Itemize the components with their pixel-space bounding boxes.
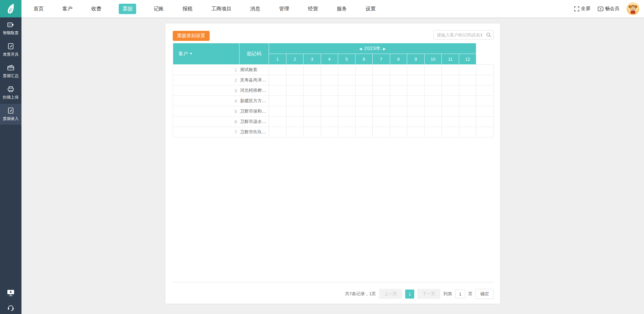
month-cell[interactable] <box>321 85 338 96</box>
month-cell[interactable] <box>304 96 321 106</box>
mnemonic-cell[interactable] <box>269 96 286 106</box>
sidebar-item-ticket-entry[interactable]: 票据录入 <box>0 104 21 125</box>
month-cell[interactable] <box>442 106 459 117</box>
sidebar-item-smart-ticket[interactable]: 智能取票 <box>0 18 21 39</box>
month-cell[interactable] <box>355 117 373 127</box>
customer-name-cell[interactable]: 河北柯搭桦实业有限公司 <box>239 85 269 96</box>
nav-item-tax[interactable]: 报税 <box>181 4 194 14</box>
month-cell[interactable] <box>442 85 459 96</box>
month-cell[interactable] <box>286 106 304 117</box>
month-cell[interactable] <box>459 65 476 75</box>
month-cell[interactable] <box>459 127 476 137</box>
month-cell[interactable] <box>304 117 321 127</box>
mnemonic-cell[interactable] <box>269 106 286 117</box>
month-cell[interactable] <box>476 127 494 137</box>
month-cell[interactable] <box>390 117 407 127</box>
month-cell[interactable] <box>304 127 321 137</box>
month-cell[interactable] <box>407 106 425 117</box>
month-cell[interactable] <box>476 85 494 96</box>
nav-item-customers[interactable]: 客户 <box>61 4 74 14</box>
month-cell[interactable] <box>407 75 425 85</box>
app-logo[interactable] <box>0 0 21 17</box>
month-cell[interactable] <box>321 106 338 117</box>
month-cell[interactable] <box>355 127 373 137</box>
member-button[interactable]: 畅会员 <box>598 6 619 12</box>
month-cell[interactable] <box>355 96 373 106</box>
month-cell[interactable] <box>373 106 390 117</box>
month-cell[interactable] <box>304 85 321 96</box>
mnemonic-cell[interactable] <box>269 65 286 75</box>
sort-caret-icon[interactable]: ▼ <box>190 52 193 55</box>
prev-page-button[interactable]: 上一页 <box>379 289 402 299</box>
mnemonic-cell[interactable] <box>269 75 286 85</box>
month-cell[interactable] <box>286 127 304 137</box>
month-cell[interactable] <box>459 85 476 96</box>
month-cell[interactable] <box>424 106 442 117</box>
month-cell[interactable] <box>373 65 390 75</box>
month-cell[interactable] <box>459 75 476 85</box>
month-cell[interactable] <box>442 117 459 127</box>
month-cell[interactable] <box>355 85 373 96</box>
month-cell[interactable] <box>338 117 356 127</box>
customer-name-cell[interactable]: 新建区方方文具店 <box>239 96 269 106</box>
customer-column-header[interactable]: 客户▼ <box>173 43 239 65</box>
current-page-button[interactable]: 1 <box>405 290 414 299</box>
customer-name-cell[interactable]: 灵寿县尚泽矿产品有限公司 <box>239 75 269 85</box>
month-cell[interactable] <box>286 75 304 85</box>
month-cell[interactable] <box>407 85 425 96</box>
month-cell[interactable] <box>390 75 407 85</box>
month-cell[interactable] <box>286 85 304 96</box>
nav-item-bookkeeping[interactable]: 记账 <box>152 4 165 14</box>
month-cell[interactable] <box>321 75 338 85</box>
nav-item-tickets[interactable]: 票据 <box>119 4 136 14</box>
mnemonic-cell[interactable] <box>269 117 286 127</box>
month-cell[interactable] <box>304 75 321 85</box>
customer-name-cell[interactable]: 卫辉市玖玖肆合医药有限公司 <box>239 127 269 137</box>
avatar[interactable] <box>627 2 639 15</box>
search-icon[interactable] <box>484 30 493 39</box>
month-cell[interactable] <box>321 65 338 75</box>
month-cell[interactable] <box>424 127 442 137</box>
month-cell[interactable] <box>355 106 373 117</box>
month-cell[interactable] <box>304 106 321 117</box>
month-cell[interactable] <box>442 127 459 137</box>
month-cell[interactable] <box>476 106 494 117</box>
month-cell[interactable] <box>459 117 476 127</box>
month-cell[interactable] <box>373 85 390 96</box>
nav-item-home[interactable]: 首页 <box>32 4 45 14</box>
month-cell[interactable] <box>424 85 442 96</box>
nav-item-business-projects[interactable]: 工商项目 <box>210 4 233 14</box>
customer-service-icon[interactable] <box>7 304 14 311</box>
month-cell[interactable] <box>390 85 407 96</box>
ticket-category-settings-button[interactable]: 票据类别设置 <box>173 31 210 41</box>
goto-confirm-button[interactable]: 确定 <box>476 289 494 299</box>
year-prev-icon[interactable]: ◀ <box>359 47 362 51</box>
month-cell[interactable] <box>373 127 390 137</box>
nav-item-management[interactable]: 管理 <box>278 4 290 14</box>
month-cell[interactable] <box>407 96 425 106</box>
nav-item-services[interactable]: 服务 <box>335 4 348 14</box>
month-cell[interactable] <box>390 127 407 137</box>
month-cell[interactable] <box>338 96 356 106</box>
month-cell[interactable] <box>476 75 494 85</box>
month-cell[interactable] <box>424 117 442 127</box>
month-cell[interactable] <box>286 65 304 75</box>
month-cell[interactable] <box>355 65 373 75</box>
month-cell[interactable] <box>338 65 356 75</box>
customer-name-cell[interactable]: 卫辉市汲水镇下园闻香阁苗木种... <box>239 117 269 127</box>
sidebar-item-invoice-issue[interactable]: 发票开具 <box>0 40 21 60</box>
month-cell[interactable] <box>286 117 304 127</box>
month-cell[interactable] <box>442 65 459 75</box>
month-cell[interactable] <box>338 85 356 96</box>
month-cell[interactable] <box>424 75 442 85</box>
month-cell[interactable] <box>373 75 390 85</box>
customer-name-cell[interactable]: 测试账套 <box>239 65 269 75</box>
client-download-icon[interactable] <box>7 289 15 297</box>
month-cell[interactable] <box>442 75 459 85</box>
month-cell[interactable] <box>407 65 425 75</box>
sidebar-item-scan-upload[interactable]: 扫描上传 <box>0 82 21 103</box>
mnemonic-cell[interactable] <box>269 85 286 96</box>
nav-item-messages[interactable]: 消息 <box>249 4 262 14</box>
nav-item-settings[interactable]: 设置 <box>364 4 377 14</box>
month-cell[interactable] <box>459 96 476 106</box>
